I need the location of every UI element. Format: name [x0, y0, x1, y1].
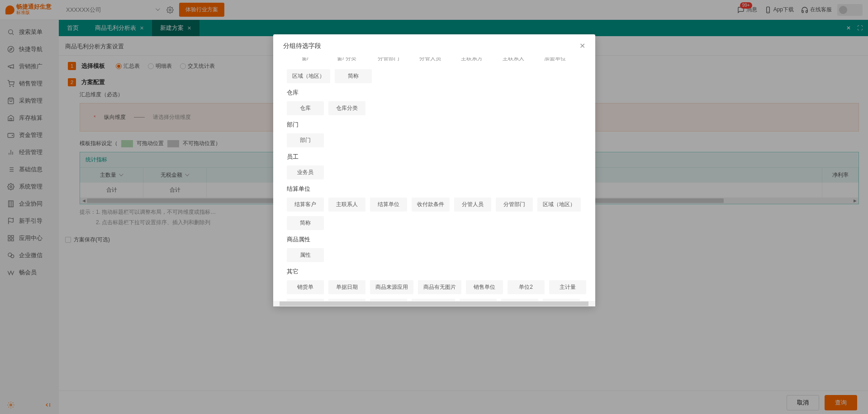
field-group-部门: 部门部门 — [287, 121, 592, 147]
field-chip[interactable]: 销售单位 — [466, 280, 503, 294]
field-chip[interactable]: 商品来源应用 — [370, 280, 413, 294]
field-chip[interactable]: 制单人 — [287, 299, 324, 301]
field-chip[interactable]: 销售订单 — [501, 299, 538, 301]
field-chip-peek[interactable]: 加盟单位 — [536, 57, 574, 63]
field-chip[interactable]: 简称 — [335, 69, 372, 83]
field-chips: 部门 — [287, 133, 592, 147]
field-chip[interactable]: 赠品 — [460, 299, 497, 301]
field-group-其它: 其它销货单单据日期商品来源应用商品有无图片销售单位单位2主计量制单人审核人出库人… — [287, 268, 592, 301]
field-chips: 属性 — [287, 248, 592, 262]
field-chips: 仓库仓库分类 — [287, 101, 592, 115]
field-chip-peek[interactable]: 窗/ 分类 — [328, 57, 365, 63]
field-chips: 业务员 — [287, 165, 592, 179]
field-chip-peek[interactable]: 分管部门 — [370, 57, 407, 63]
field-chip[interactable]: 审核人 — [328, 299, 365, 301]
field-chip[interactable]: 主计量 — [549, 280, 586, 294]
field-group-title: 员工 — [287, 153, 592, 161]
field-peek-row: 窗/窗/ 分类分管部门分管人员主联系方主联系人加盟单位 — [287, 57, 592, 63]
field-chip[interactable]: 价格类型 — [543, 299, 580, 301]
field-chip[interactable]: 仓库 — [287, 101, 324, 115]
field-chip[interactable]: 属性 — [287, 248, 324, 262]
field-chips: 销货单单据日期商品来源应用商品有无图片销售单位单位2主计量制单人审核人出库人预计… — [287, 280, 592, 301]
field-picker-modal: 分组待选字段 ✕ 窗/窗/ 分类分管部门分管人员主联系方主联系人加盟单位区域（地… — [273, 34, 595, 306]
modal-header: 分组待选字段 ✕ — [273, 34, 595, 57]
field-group-title: 仓库 — [287, 89, 592, 97]
field-chip[interactable]: 单据日期 — [328, 280, 365, 294]
field-group-continued: 区域（地区）简称 — [287, 69, 592, 83]
field-chip[interactable]: 区域（地区） — [287, 69, 330, 83]
field-chip[interactable]: 区域（地区） — [537, 198, 581, 212]
field-chip[interactable]: 预计交货日期 — [412, 299, 455, 301]
field-chip[interactable]: 分管人员 — [454, 198, 491, 212]
field-chip[interactable]: 简称 — [287, 216, 324, 230]
field-group-商品属性: 商品属性属性 — [287, 235, 592, 262]
field-chip[interactable]: 结算客户 — [287, 198, 324, 212]
modal-hscroll-thumb[interactable] — [280, 301, 589, 306]
field-group-title: 商品属性 — [287, 235, 592, 244]
field-group-仓库: 仓库仓库仓库分类 — [287, 89, 592, 115]
modal-title: 分组待选字段 — [283, 42, 321, 50]
field-group-title: 结算单位 — [287, 185, 592, 193]
field-group-员工: 员工业务员 — [287, 153, 592, 179]
field-chip[interactable]: 单位2 — [508, 280, 545, 294]
field-group-title: 部门 — [287, 121, 592, 129]
field-chip[interactable]: 部门 — [287, 133, 324, 147]
field-group-结算单位: 结算单位结算客户主联系人结算单位收付款条件分管人员分管部门区域（地区）简称 — [287, 185, 592, 230]
field-chip[interactable]: 主联系人 — [328, 198, 365, 212]
modal-close-icon[interactable]: ✕ — [579, 42, 585, 50]
field-chip-peek[interactable]: 窗/ — [287, 57, 324, 63]
field-chip[interactable]: 仓库分类 — [328, 101, 365, 115]
field-chip[interactable]: 收付款条件 — [412, 198, 450, 212]
modal-horizontal-scrollbar[interactable] — [273, 301, 595, 306]
modal-body[interactable]: 窗/窗/ 分类分管部门分管人员主联系方主联系人加盟单位区域（地区）简称仓库仓库仓… — [273, 57, 595, 301]
field-chip-peek[interactable]: 分管人员 — [412, 57, 449, 63]
field-chips: 结算客户主联系人结算单位收付款条件分管人员分管部门区域（地区）简称 — [287, 198, 592, 230]
field-chip[interactable]: 出库人 — [370, 299, 407, 301]
modal-overlay: 分组待选字段 ✕ 窗/窗/ 分类分管部门分管人员主联系方主联系人加盟单位区域（地… — [0, 0, 868, 414]
field-chip[interactable]: 业务员 — [287, 165, 324, 179]
field-chip-peek[interactable]: 主联系人 — [495, 57, 532, 63]
field-chip-peek[interactable]: 主联系方 — [453, 57, 490, 63]
field-chip[interactable]: 结算单位 — [370, 198, 407, 212]
field-chip[interactable]: 销货单 — [287, 280, 324, 294]
field-chips: 区域（地区）简称 — [287, 69, 592, 83]
field-chip[interactable]: 商品有无图片 — [418, 280, 461, 294]
field-chip[interactable]: 分管部门 — [496, 198, 533, 212]
field-group-title: 其它 — [287, 268, 592, 276]
